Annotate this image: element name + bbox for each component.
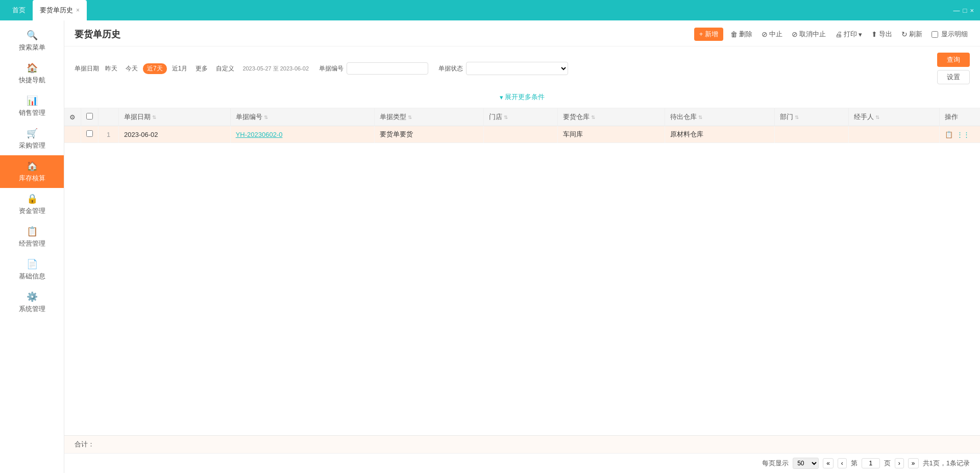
expand-label: 展开更多条件 [505,92,545,102]
sidebar-item-finance[interactable]: 🔒 资金管理 [0,188,64,221]
table-row[interactable]: 1 2023-06-02 YH-20230602-0 要货单要货 [64,126,980,143]
date-opt-more[interactable]: 更多 [192,63,211,74]
finance-icon: 🔒 [27,193,38,204]
td-order-no: YH-20230602-0 [230,126,374,143]
sidebar-item-finance-label: 资金管理 [19,206,45,216]
th-order-no-label: 单据编号 [236,112,262,122]
print-dropdown-icon[interactable]: ▾ [859,31,862,38]
export-button-label: 导出 [879,30,892,39]
refresh-button[interactable]: ↻ 刷新 [899,28,924,40]
window-close[interactable]: × [970,7,974,14]
row-checkbox[interactable] [86,130,93,137]
window-maximize[interactable]: □ [963,7,967,14]
new-button-label: + 新增 [699,30,718,39]
page-size-select[interactable]: 50 10 20 100 [793,458,819,469]
th-store-sort-icon: ⇅ [504,114,508,120]
total-info: 共1页，1条记录 [923,459,970,468]
date-opt-custom[interactable]: 自定义 [213,63,237,74]
sidebar-item-basic-info[interactable]: 📄 基础信息 [0,253,64,286]
th-handler[interactable]: 经手人 ⇅ [849,108,939,126]
next-page-button[interactable]: › [895,458,904,468]
first-page-button[interactable]: « [823,458,834,468]
th-operation-label: 操作 [945,113,958,121]
th-date-sort-icon: ⇅ [152,114,156,120]
refresh-icon: ↻ [901,30,908,38]
print-button-label: 打印 [844,30,857,39]
expand-conditions-button[interactable]: ▾ 展开更多条件 [500,92,545,102]
row-req-warehouse: 车间库 [563,130,583,138]
sidebar-item-operations[interactable]: 📋 经营管理 [0,221,64,253]
th-department[interactable]: 部门 ⇅ [775,108,849,126]
sidebar-item-inventory[interactable]: 🏠 库存核算 [0,155,64,188]
sidebar-item-system-label: 系统管理 [19,304,45,314]
prev-page-button[interactable]: ‹ [838,458,847,468]
th-req-warehouse[interactable]: 要货仓库 ⇅ [558,108,665,126]
window-controls: — □ × [953,7,980,14]
date-opt-today[interactable]: 今天 [122,63,141,74]
th-settings[interactable]: ⚙ [64,108,81,126]
page-title: 要货单历史 [75,28,120,40]
date-opt-yesterday[interactable]: 昨天 [102,63,120,74]
th-store-label: 门店 [489,112,502,122]
table-header: ⚙ 单据日期 ⇅ [64,108,980,126]
footer-summary: 合计： [64,435,980,453]
th-date[interactable]: 单据日期 ⇅ [119,108,231,126]
op-more-icon[interactable]: ⋮⋮ [957,131,970,138]
window-minimize[interactable]: — [953,7,960,14]
td-date: 2023-06-02 [119,126,231,143]
cancel-suspend-button[interactable]: ⊘ 取消中止 [790,28,828,40]
expand-row: ▾ 展开更多条件 [75,88,970,102]
select-all-checkbox[interactable] [86,113,93,120]
query-button[interactable]: 查询 [937,53,970,67]
sidebar-item-purchase[interactable]: 🛒 采购管理 [0,123,64,155]
th-order-type-label: 单据类型 [380,112,406,122]
th-department-label: 部门 [780,112,793,122]
export-button[interactable]: ⬆ 导出 [869,28,894,40]
page-number-input[interactable] [862,458,880,468]
th-order-type[interactable]: 单据类型 ⇅ [374,108,484,126]
row-order-no-link[interactable]: YH-20230602-0 [236,131,283,138]
th-handler-sort-icon: ⇅ [875,114,879,120]
expand-down-icon: ▾ [500,93,503,101]
print-button[interactable]: 🖨 打印 ▾ [833,28,864,40]
op-view-icon[interactable]: 📋 [945,131,953,138]
order-no-input[interactable] [347,62,428,75]
tab-order-history[interactable]: 要货单历史 × [33,0,87,20]
main-layout: 🔍 搜索菜单 🏠 快捷导航 📊 销售管理 🛒 采购管理 🏠 库存核算 🔒 资金管… [0,20,980,473]
order-no-label: 单据编号 [319,64,344,73]
suspend-button[interactable]: ⊘ 中止 [760,28,785,40]
date-opt-7days[interactable]: 近7天 [143,63,167,74]
th-store[interactable]: 门店 ⇅ [484,108,558,126]
th-pending-warehouse-sort-icon: ⇅ [698,114,702,120]
th-date-label: 单据日期 [124,112,151,122]
th-req-warehouse-sort-icon: ⇅ [591,114,595,120]
new-button[interactable]: + 新增 [694,28,723,41]
tab-home[interactable]: 首页 [5,0,33,20]
th-order-no[interactable]: 单据编号 ⇅ [230,108,374,126]
filter-row: 单据日期 昨天 今天 近7天 近1月 更多 自定义 2023-05-27 至 2… [75,53,970,84]
export-icon: ⬆ [871,30,877,38]
settings-gear-icon[interactable]: ⚙ [69,113,76,121]
sidebar-item-search-menu[interactable]: 🔍 搜索菜单 [0,25,64,57]
page-header: 要货单历史 + 新增 🗑 删除 ⊘ 中止 ⊘ 取消中止 🖨 [64,20,980,46]
delete-button[interactable]: 🗑 删除 [728,28,754,40]
sales-icon: 📊 [27,95,38,106]
td-order-type: 要货单要货 [374,126,484,143]
last-page-button[interactable]: » [908,458,919,468]
sidebar-item-sales-label: 销售管理 [19,108,45,117]
th-order-no-sort-icon: ⇅ [264,114,268,120]
show-detail-checkbox[interactable] [932,31,938,38]
status-select[interactable] [466,62,568,75]
date-opt-1month[interactable]: 近1月 [169,63,191,74]
refresh-button-label: 刷新 [909,30,922,39]
sidebar-item-quick-nav[interactable]: 🏠 快捷导航 [0,57,64,90]
status-filter-group: 单据状态 [438,62,568,75]
show-detail-button[interactable]: 显示明细 [929,28,970,40]
tab-close-icon[interactable]: × [76,7,80,14]
sidebar-item-sales[interactable]: 📊 销售管理 [0,90,64,123]
date-options: 昨天 今天 近7天 近1月 更多 自定义 [102,63,237,74]
sidebar-item-system[interactable]: ⚙️ 系统管理 [0,286,64,319]
th-pending-warehouse[interactable]: 待出仓库 ⇅ [665,108,775,126]
settings-button[interactable]: 设置 [937,70,970,84]
td-num: 1 [99,126,119,143]
